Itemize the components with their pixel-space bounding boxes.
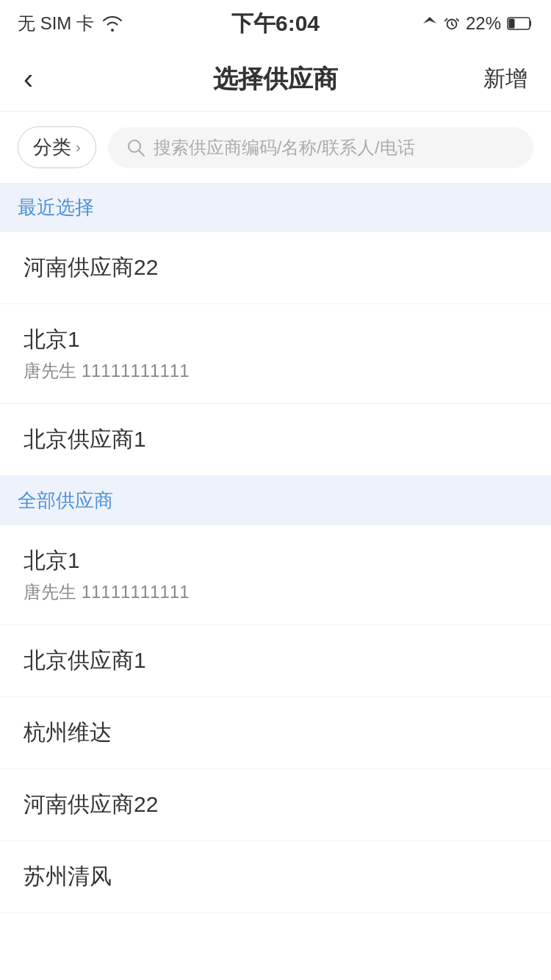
- wifi-icon: [101, 15, 123, 32]
- search-box[interactable]: 搜索供应商编码/名称/联系人/电话: [108, 127, 533, 168]
- supplier-contact: 唐先生 11111111111: [24, 359, 527, 383]
- supplier-name: 北京供应商1: [24, 646, 527, 676]
- back-button[interactable]: ‹: [24, 62, 82, 96]
- list-item[interactable]: 河南供应商22: [0, 769, 551, 841]
- supplier-name: 北京1: [24, 325, 527, 355]
- all-list: 北京1唐先生 11111111111北京供应商1杭州维达河南供应商22苏州清风: [0, 525, 551, 913]
- supplier-name: 北京1: [24, 546, 527, 576]
- location-icon: [422, 15, 438, 32]
- list-item[interactable]: 北京供应商1: [0, 404, 551, 476]
- recent-list: 河南供应商22北京1唐先生 11111111111北京供应商1: [0, 232, 551, 476]
- supplier-name: 河南供应商22: [24, 253, 527, 283]
- status-left: 无 SIM 卡: [18, 12, 123, 35]
- supplier-name: 河南供应商22: [24, 790, 527, 820]
- supplier-contact: 唐先生 11111111111: [24, 580, 527, 604]
- alarm-icon: [444, 15, 460, 32]
- nav-bar: ‹ 选择供应商 新增: [0, 47, 551, 112]
- recent-section-header: 最近选择: [0, 183, 551, 232]
- filter-bar: 分类 › 搜索供应商编码/名称/联系人/电话: [0, 112, 551, 183]
- svg-rect-2: [509, 19, 515, 29]
- status-time: 下午6:04: [231, 9, 320, 39]
- list-item[interactable]: 北京1唐先生 11111111111: [0, 304, 551, 404]
- list-item[interactable]: 北京1唐先生 11111111111: [0, 525, 551, 625]
- chevron-right-icon: ›: [76, 139, 81, 156]
- supplier-name: 苏州清风: [24, 862, 527, 892]
- search-icon: [126, 137, 146, 158]
- sim-status: 无 SIM 卡: [18, 12, 94, 35]
- status-right: 22%: [422, 13, 533, 34]
- status-bar: 无 SIM 卡 下午6:04 22%: [0, 0, 551, 47]
- search-placeholder: 搜索供应商编码/名称/联系人/电话: [154, 136, 415, 159]
- category-button[interactable]: 分类 ›: [18, 126, 96, 168]
- battery-icon: [507, 16, 533, 31]
- list-item[interactable]: 苏州清风: [0, 841, 551, 913]
- category-label: 分类: [33, 134, 71, 160]
- page-title: 选择供应商: [213, 62, 338, 96]
- add-button[interactable]: 新增: [469, 64, 527, 94]
- battery-percent: 22%: [466, 13, 501, 34]
- supplier-name: 北京供应商1: [24, 425, 527, 455]
- list-item[interactable]: 杭州维达: [0, 697, 551, 769]
- supplier-name: 杭州维达: [24, 718, 527, 748]
- list-item[interactable]: 北京供应商1: [0, 625, 551, 697]
- all-section-header: 全部供应商: [0, 476, 551, 525]
- list-item[interactable]: 河南供应商22: [0, 232, 551, 304]
